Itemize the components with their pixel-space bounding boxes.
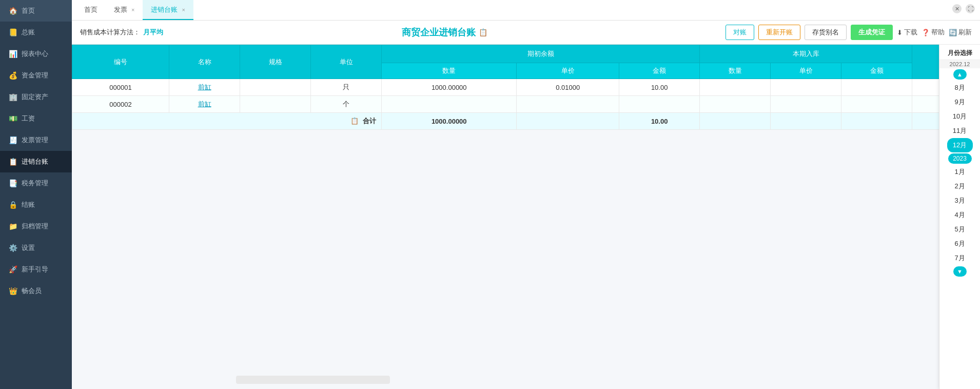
cell-code: 000001 [72, 79, 169, 96]
tab-invoice-close[interactable]: × [131, 7, 134, 13]
cell-code: 000002 [72, 96, 169, 113]
col-header-name: 名称 [169, 45, 240, 79]
tab-purchase-ledger-close[interactable]: × [182, 7, 185, 13]
month-item-7[interactable]: 7月 [939, 251, 980, 265]
sidebar-item-guide-label: 新手引导 [22, 265, 48, 274]
total-inbound-price [771, 113, 841, 130]
month-item-2[interactable]: 2月 [939, 179, 980, 193]
save-alias-button[interactable]: 存货别名 [805, 25, 847, 40]
home-icon: 🏠 [8, 6, 17, 15]
cell-name[interactable]: 前缸 [169, 79, 240, 96]
sidebar-item-funds-label: 资金管理 [22, 71, 48, 80]
help-icon: ❓ [922, 29, 930, 36]
sub-col-opening-amount: 金额 [619, 63, 700, 79]
total-label: 📋 合计 [72, 113, 382, 130]
table-header-group-row: 编号 名称 规格 单位 期初余额 本期入库 数... [72, 45, 980, 63]
cell-opening-qty [382, 96, 517, 113]
sidebar-item-settings[interactable]: ⚙️ 设置 [0, 237, 72, 259]
sidebar-item-reports[interactable]: 📊 报表中心 [0, 43, 72, 65]
sidebar-item-archive[interactable]: 📁 归档管理 [0, 216, 72, 237]
cell-opening-price [517, 96, 619, 113]
refresh-label: 刷新 [958, 28, 972, 37]
sidebar-item-closing[interactable]: 🔒 结账 [0, 194, 72, 216]
tab-purchase-ledger-label: 进销台账 [151, 5, 178, 14]
sidebar-item-home[interactable]: 🏠 首页 [0, 0, 72, 22]
generate-voucher-button[interactable]: 生成凭证 [851, 25, 893, 40]
sidebar-item-closing-label: 结账 [22, 200, 35, 209]
sidebar-item-member[interactable]: 👑 畅会员 [0, 280, 72, 302]
cell-inbound-price [771, 96, 841, 113]
refresh-button[interactable]: 🔄 刷新 [949, 28, 972, 37]
sidebar-item-guide[interactable]: 🚀 新手引导 [0, 259, 72, 280]
tax-icon: 📑 [8, 179, 17, 188]
sidebar-item-ledger[interactable]: 📒 总账 [0, 22, 72, 43]
download-button[interactable]: ⬇ 下载 [897, 28, 917, 37]
window-controls: ✕ ⛶ [952, 4, 975, 13]
maximize-window-button[interactable]: ⛶ [966, 4, 975, 13]
ledger-icon: 📒 [8, 28, 17, 37]
tab-home[interactable]: 首页 [76, 0, 106, 20]
cell-inbound-amount [841, 96, 912, 113]
month-item-1[interactable]: 1月 [939, 165, 980, 179]
page-title-icon: 📋 [479, 28, 487, 36]
sidebar-item-settings-label: 设置 [22, 243, 35, 252]
month-scroll-down[interactable]: ▼ [953, 266, 967, 277]
total-inbound-amount [841, 113, 912, 130]
cell-opening-price: 0.01000 [517, 79, 619, 96]
cell-opening-amount [619, 96, 700, 113]
cost-method-value: 月平均 [143, 28, 163, 37]
month-item-6[interactable]: 6月 [939, 237, 980, 251]
sidebar-item-purchase-ledger[interactable]: 📋 进销台账 [0, 151, 72, 172]
sidebar-item-assets[interactable]: 🏢 固定资产 [0, 86, 72, 108]
tab-purchase-ledger[interactable]: 进销台账 × [143, 0, 193, 20]
month-item-12[interactable]: 12月 [947, 138, 973, 152]
cost-method-label: 销售成本计算方法： [80, 28, 140, 37]
reopen-button[interactable]: 重新开账 [758, 25, 800, 40]
salary-icon: 💵 [8, 114, 17, 123]
purchase-ledger-icon: 📋 [8, 157, 17, 166]
month-item-9[interactable]: 9月 [939, 95, 980, 109]
cell-unit: 只 [311, 79, 382, 96]
help-button[interactable]: ❓ 帮助 [922, 28, 945, 37]
sidebar-item-tax[interactable]: 📑 税务管理 [0, 172, 72, 194]
total-inbound-qty [700, 113, 771, 130]
month-item-8[interactable]: 8月 [939, 81, 980, 95]
table-wrapper[interactable]: 编号 名称 规格 单位 期初余额 本期入库 数... 数量 单价 金额 [72, 45, 980, 389]
sidebar-item-reports-label: 报表中心 [22, 49, 48, 59]
reconcile-button[interactable]: 对账 [726, 25, 754, 40]
cell-inbound-amount [841, 79, 912, 96]
help-label: 帮助 [931, 28, 945, 37]
cell-spec [240, 79, 311, 96]
tab-invoice[interactable]: 发票 × [106, 0, 143, 20]
close-window-button[interactable]: ✕ [952, 4, 962, 13]
cell-inbound-price [771, 79, 841, 96]
sidebar-item-ledger-label: 总账 [22, 28, 35, 37]
sub-col-inbound-price: 单价 [771, 63, 841, 79]
sidebar-item-salary[interactable]: 💵 工资 [0, 108, 72, 129]
toolbar-center: 商贸企业进销台账 📋 [163, 26, 726, 38]
col-header-unit: 单位 [311, 45, 382, 79]
toolbar-left: 销售成本计算方法： 月平均 [80, 28, 163, 37]
sub-col-inbound-qty: 数量 [700, 63, 771, 79]
sidebar-item-invoice-label: 发票管理 [22, 135, 48, 145]
total-row: 📋 合计 1000.00000 10.00 [72, 113, 980, 130]
main-area: ✕ ⛶ 首页 发票 × 进销台账 × 销售成本计算方法： 月平均 商贸企业进销台… [72, 0, 980, 389]
month-item-4[interactable]: 4月 [939, 208, 980, 222]
month-item-5[interactable]: 5月 [939, 222, 980, 237]
month-item-11[interactable]: 11月 [939, 124, 980, 138]
sidebar-item-funds[interactable]: 💰 资金管理 [0, 65, 72, 86]
month-panel-year-2022: 2022.12 [939, 60, 980, 68]
page-title: 商贸企业进销台账 📋 [402, 26, 487, 38]
sidebar-item-invoice-mgmt[interactable]: 🧾 发票管理 [0, 129, 72, 151]
toolbar-right: 对账 重新开账 存货别名 生成凭证 ⬇ 下载 ❓ 帮助 🔄 刷新 [726, 25, 972, 40]
month-item-3[interactable]: 3月 [939, 193, 980, 208]
cell-name[interactable]: 前缸 [169, 96, 240, 113]
table-row: 000002 前缸 个 [72, 96, 980, 113]
tab-invoice-label: 发票 [114, 5, 127, 14]
sidebar-item-tax-label: 税务管理 [22, 179, 48, 188]
sub-col-inbound-amount: 金额 [841, 63, 912, 79]
month-item-10[interactable]: 10月 [939, 109, 980, 124]
month-scroll-up[interactable]: ▲ [953, 69, 967, 80]
horizontal-scrollbar[interactable] [236, 376, 390, 384]
col-header-inbound: 本期入库 [700, 45, 912, 63]
